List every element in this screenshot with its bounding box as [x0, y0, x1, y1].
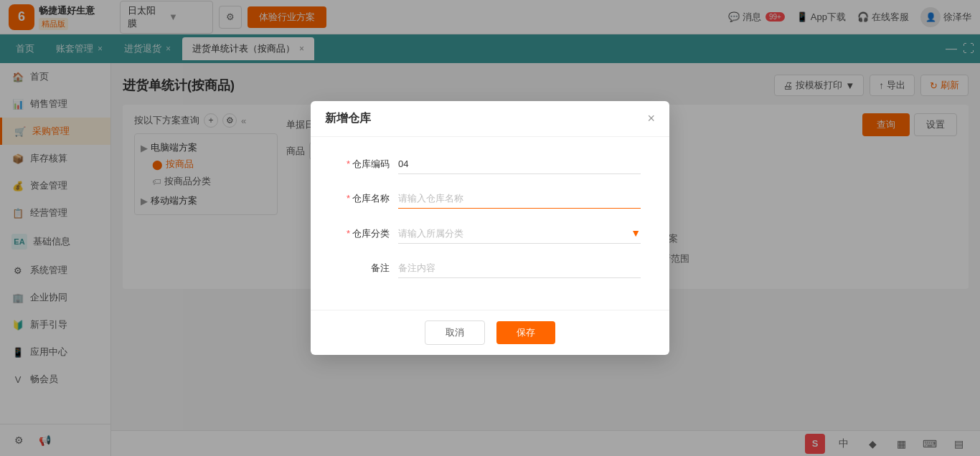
code-label: 仓库编码: [339, 158, 390, 171]
cancel-button[interactable]: 取消: [425, 320, 485, 345]
code-input[interactable]: [398, 154, 641, 174]
form-row-name: 仓库名称: [339, 189, 641, 209]
new-warehouse-modal: 新增仓库 × 仓库编码 仓库名称 仓库分类 ▼: [311, 101, 669, 355]
modal-footer: 取消 保存: [311, 310, 669, 355]
form-row-remark: 备注: [339, 258, 641, 278]
form-row-code: 仓库编码: [339, 154, 641, 174]
modal-header: 新增仓库 ×: [311, 101, 669, 137]
name-label: 仓库名称: [339, 192, 390, 205]
category-dropdown-arrow[interactable]: ▼: [631, 227, 641, 239]
category-input[interactable]: [398, 228, 631, 239]
form-row-category: 仓库分类 ▼: [339, 223, 641, 244]
remark-label: 备注: [339, 262, 390, 275]
save-button[interactable]: 保存: [496, 321, 555, 344]
modal-overlay[interactable]: 新增仓库 × 仓库编码 仓库名称 仓库分类 ▼: [0, 0, 980, 456]
category-label: 仓库分类: [339, 227, 390, 240]
modal-close-button[interactable]: ×: [647, 111, 655, 126]
category-select-row: ▼: [398, 223, 641, 244]
name-input[interactable]: [398, 189, 641, 209]
remark-input[interactable]: [398, 258, 641, 278]
modal-title: 新增仓库: [325, 111, 371, 126]
modal-body: 仓库编码 仓库名称 仓库分类 ▼ 备注: [311, 137, 669, 310]
